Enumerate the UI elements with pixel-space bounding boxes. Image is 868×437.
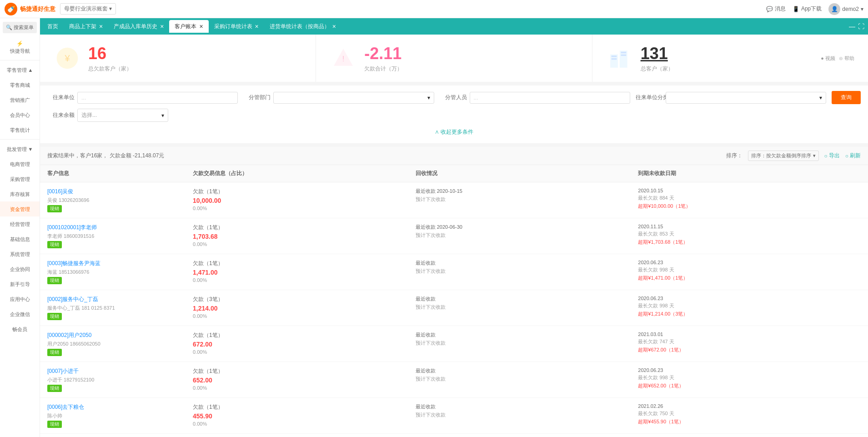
tab-close-purchase-product-stats[interactable]: × — [332, 23, 336, 30]
sidebar-item-enterprise-collab[interactable]: 企业协同 — [0, 261, 40, 276]
tab-customer-ledger[interactable]: 客户账本 × — [169, 20, 208, 33]
user-menu[interactable]: 👤 demo2 ▾ — [828, 3, 863, 15]
sidebar-item-enterprise-wechat[interactable]: 企业微信 — [0, 306, 40, 321]
overdue-link-7[interactable]: 超期¥455.90（1笔） — [638, 418, 861, 425]
customer-name-6[interactable]: [0007]小进千 — [47, 367, 193, 375]
sidebar-item-member-vip[interactable]: 畅会员 — [0, 321, 40, 337]
customer-info-3: [0003]畅捷服务尹海蓝 海蓝 18513066976 现销 — [47, 260, 193, 284]
stat-label-total-customers: 总客户（家） — [641, 65, 673, 73]
sidebar-item-quick-nav[interactable]: ⚡ 快捷导航 — [0, 37, 40, 58]
filter-select-department[interactable]: ▾ — [273, 92, 434, 104]
overdue-link-6[interactable]: 超期¥652.00（1笔） — [638, 382, 861, 389]
sidebar-item-retail-store[interactable]: 零售商城 — [0, 77, 40, 92]
customer-name-2[interactable]: [0001020001]李老师 — [47, 224, 193, 231]
overdue-link-2[interactable]: 超期¥1,703.68（1笔） — [638, 239, 861, 246]
page-content: ¥ 16 总欠款客户（家） ! — [40, 35, 868, 437]
sidebar-item-basic-info[interactable]: 基础信息 — [0, 231, 40, 246]
filter-input-supplier[interactable]: ... — [77, 92, 238, 104]
sidebar-item-retail-mgmt[interactable]: 零售管理 ▲ — [0, 62, 40, 77]
customer-name-4[interactable]: [0002]服务中心_丁磊 — [47, 296, 193, 303]
svg-rect-7 — [611, 58, 617, 60]
tabs-bar: 首页 商品上下架 × 产成品入库单历史 × 客户账本 × 采购订单统计表 × — [40, 18, 868, 35]
customer-tag-2: 现销 — [47, 241, 62, 248]
debt-info-4: 欠款（3笔） 1,214.00 0.00% — [193, 296, 416, 320]
phone-icon: 📱 — [793, 6, 799, 12]
customer-name-5[interactable]: [000002]用户2050 — [47, 332, 193, 339]
debt-info-6: 欠款（1笔） 652.00 0.00% — [193, 367, 416, 392]
company-selector[interactable]: 母婴行业演示账套 ▾ — [60, 3, 116, 15]
customer-tag-1: 现销 — [47, 205, 62, 212]
filter-input-person[interactable]: ... — [470, 92, 630, 104]
content-area: 首页 商品上下架 × 产成品入库单历史 × 客户账本 × 采购订单统计表 × — [40, 18, 868, 437]
sidebar-item-marketing[interactable]: 营销推广 — [0, 92, 40, 107]
sidebar-item-wholesale[interactable]: 批发管理 ▼ — [0, 141, 40, 156]
table-row: [000001]黄思源 黄思源 13552700226 现销 欠款（1笔） 42… — [40, 434, 868, 437]
stat-info-1: 16 总欠款客户（家） — [88, 44, 132, 73]
sidebar-item-inventory[interactable]: 库存核算 — [0, 186, 40, 201]
sort-select[interactable]: 排序：按欠款金额倒序排序 ▾ — [748, 151, 818, 161]
sidebar-item-purchase[interactable]: 采购管理 — [0, 171, 40, 186]
tab-close-customer-ledger[interactable]: × — [199, 23, 203, 30]
due-info-5: 2021.03.01 最长欠款 747 天 超期¥672.00（1笔） — [638, 332, 861, 356]
maximize-btn[interactable]: ⛶ — [858, 23, 864, 30]
minimize-btn[interactable]: — — [849, 23, 855, 30]
recovery-info-3: 最近收款 预计下次收款 — [416, 260, 638, 284]
sidebar-item-retail-stats[interactable]: 零售统计 — [0, 122, 40, 137]
app-download-btn[interactable]: 📱 App下载 — [793, 5, 822, 13]
customer-tag-3: 现销 — [47, 277, 62, 284]
customer-contact-1: 吴俊 13026203696 — [47, 197, 193, 204]
table-row: [000002]用户2050 用户2050 18665062050 现销 欠款（… — [40, 326, 868, 362]
customer-name-7[interactable]: [0006]去下粮仓 — [47, 403, 193, 411]
message-btn[interactable]: 💬 消息 — [766, 5, 786, 13]
svg-text:¥: ¥ — [64, 53, 70, 63]
search-menu-btn[interactable]: 🔍 搜索菜单 — [3, 22, 37, 33]
customer-name-1[interactable]: [0016]吴俊 — [47, 188, 193, 196]
collapse-filter-btn[interactable]: ∧ 收起更多条件 — [47, 126, 861, 138]
filter-select-balance[interactable]: 选择... ▾ — [77, 109, 168, 122]
sidebar-item-newbie-guide[interactable]: 新手引导 — [0, 276, 40, 291]
customer-tag-4: 现销 — [47, 313, 62, 320]
tab-production-history[interactable]: 产成品入库单历史 × — [108, 20, 169, 33]
stat-label-overdue-customers: 总欠款客户（家） — [88, 65, 132, 73]
filter-select-category[interactable]: ▾ — [666, 92, 826, 104]
overdue-link-4[interactable]: 超期¥1,214.00（3笔） — [638, 311, 861, 317]
customer-info-4: [0002]服务中心_丁磊 服务中心_丁磊 181 0125 8371 现销 — [47, 296, 193, 320]
avatar: 👤 — [828, 3, 840, 15]
sidebar-item-finance[interactable]: 资金管理 — [0, 201, 40, 216]
tab-product-listing[interactable]: 商品上下架 × — [64, 20, 108, 33]
tab-close-production-history[interactable]: × — [160, 23, 164, 30]
filter-label-category: 往来单位分类 — [636, 94, 663, 101]
table-header: 客户信息 欠款交易信息（占比） 回收情况 到期未收款日期 — [40, 165, 868, 182]
overdue-link-5[interactable]: 超期¥672.00（1笔） — [638, 347, 861, 353]
debt-info-3: 欠款（1笔） 1,471.00 0.00% — [193, 260, 416, 284]
customer-info-5: [000002]用户2050 用户2050 18665062050 现销 — [47, 332, 193, 356]
top-bar: 🍼 畅捷通好生意 母婴行业演示账套 ▾ 💬 消息 📱 App下载 👤 demo2… — [0, 0, 868, 18]
tab-purchase-product-stats[interactable]: 进货单统计表（按商品） × — [264, 20, 341, 33]
recovery-info-5: 最近收款 预计下次收款 — [416, 332, 638, 356]
sidebar-item-member[interactable]: 会员中心 — [0, 107, 40, 122]
sidebar-item-system[interactable]: 系统管理 — [0, 246, 40, 261]
table-row: [0002]服务中心_丁磊 服务中心_丁磊 181 0125 8371 现销 欠… — [40, 290, 868, 326]
tab-close-product-listing[interactable]: × — [99, 23, 103, 30]
table-row: [0001020001]李老师 李老师 18600391516 现销 欠款（1笔… — [40, 218, 868, 254]
col-header-debt: 欠款交易信息（占比） — [193, 170, 416, 177]
sidebar-item-app-center[interactable]: 应用中心 — [0, 291, 40, 306]
customer-contact-3: 海蓝 18513066976 — [47, 269, 193, 276]
video-btn[interactable]: ● 视频 — [821, 55, 835, 62]
customer-info-2: [0001020001]李老师 李老师 18600391516 现销 — [47, 224, 193, 248]
refresh-btn[interactable]: ○ 刷新 — [845, 152, 861, 160]
overdue-link-3[interactable]: 超期¥1,471.00（1笔） — [638, 275, 861, 281]
table-row: [0007]小进千 小进千 18279152100 现销 欠款（1笔） 652.… — [40, 362, 868, 398]
customer-name-3[interactable]: [0003]畅捷服务尹海蓝 — [47, 260, 193, 267]
tab-purchase-stats[interactable]: 采购订单统计表 × — [209, 20, 264, 33]
help-btn[interactable]: ⊙ 帮助 — [839, 55, 854, 62]
overdue-link-1[interactable]: 超期¥10,000.00（1笔） — [638, 203, 861, 210]
sidebar-item-operations[interactable]: 经营管理 — [0, 216, 40, 231]
sidebar-item-ecommerce[interactable]: 电商管理 — [0, 156, 40, 171]
tab-close-purchase-stats[interactable]: × — [255, 23, 259, 30]
query-button[interactable]: 查询 — [832, 91, 861, 104]
tab-home[interactable]: 首页 — [42, 20, 64, 33]
due-info-2: 2020.11.15 最长欠款 853 天 超期¥1,703.68（1笔） — [638, 224, 861, 248]
export-btn[interactable]: ○ 导出 — [824, 152, 840, 160]
filter-label-balance: 往来余额 — [47, 111, 75, 119]
